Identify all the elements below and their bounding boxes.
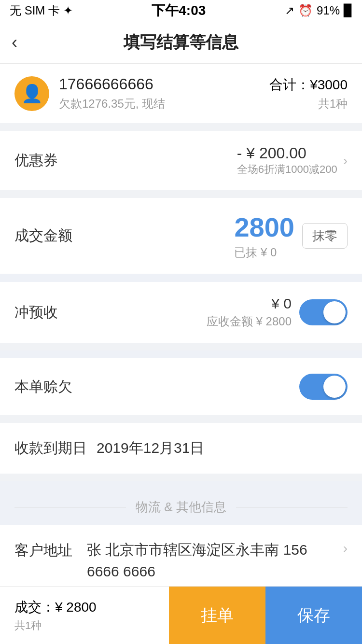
footer-count: 共1种 — [14, 618, 154, 633]
user-left: 👤 17666666666 欠款1276.35元, 现结 — [14, 75, 165, 112]
coupon-right: - ¥ 200.00 全场6折满1000减200 › — [237, 144, 348, 177]
logistics-divider: 物流 & 其他信息 — [0, 489, 362, 525]
prepay-amount: ¥ 0 — [207, 295, 292, 312]
status-time: 下午4:03 — [152, 1, 206, 20]
save-button[interactable]: 保存 — [265, 587, 362, 644]
debt-row: 本单赊欠 — [0, 358, 362, 415]
debt-toggle[interactable] — [299, 374, 348, 400]
toggle-knob — [323, 301, 346, 323]
total-label-value: 合计：¥3000 — [269, 76, 348, 94]
due-date-label: 收款到期日 — [14, 438, 87, 458]
user-avatar: 👤 — [14, 76, 49, 111]
avatar-icon: 👤 — [21, 84, 43, 104]
coupon-desc: 全场6折满1000减200 — [237, 162, 337, 177]
section-divider-1 — [0, 274, 362, 282]
address-arrow-icon: › — [343, 541, 348, 556]
status-right: ↗ ⏰ 91% ▉ — [285, 4, 352, 17]
address-row[interactable]: 客户地址 张 北京市市辖区海淀区永丰南 156 6666 6666 › — [0, 525, 362, 596]
address-label: 客户地址 — [14, 541, 72, 560]
logistics-divider-text: 物流 & 其他信息 — [136, 499, 226, 516]
due-date-value: 2019年12月31日 — [97, 438, 204, 458]
footer-info: 成交：¥ 2800 共1种 — [0, 598, 169, 633]
footer-deal-amount: ¥ 2800 — [55, 600, 97, 615]
battery-icon: ▉ — [344, 4, 352, 17]
prepay-toggle[interactable] — [299, 299, 348, 325]
coupon-discount: - ¥ 200.00 — [237, 144, 337, 162]
user-card: 👤 17666666666 欠款1276.35元, 现结 合计：¥3000 共1… — [0, 64, 362, 123]
divider-2 — [0, 350, 362, 358]
alarm-icon: ⏰ — [298, 4, 313, 17]
prepay-label: 冲预收 — [14, 303, 58, 322]
coupon-label: 优惠券 — [14, 151, 58, 170]
location-icon: ↗ — [285, 4, 294, 17]
user-info: 17666666666 欠款1276.35元, 现结 — [59, 75, 165, 112]
sim-label: 无 SIM 卡 ✦ — [10, 3, 73, 18]
prepay-due: 应收金额 ¥ 2800 — [207, 314, 292, 329]
page-title: 填写结算等信息 — [124, 31, 238, 54]
status-left: 无 SIM 卡 ✦ — [10, 3, 73, 18]
due-date-row: 收款到期日 2019年12月31日 — [0, 423, 362, 474]
debt-toggle-knob — [323, 376, 346, 398]
user-phone: 17666666666 — [59, 75, 165, 93]
deal-amount-label: 成交金额 — [14, 226, 72, 246]
status-bar: 无 SIM 卡 ✦ 下午4:03 ↗ ⏰ 91% ▉ — [0, 0, 362, 21]
total-label: 合计： — [269, 77, 310, 92]
footer-deal-label: 成交： — [14, 600, 55, 615]
divider-3 — [0, 481, 362, 489]
deal-amount-value: 2800 — [234, 211, 294, 243]
prepay-info: ¥ 0 应收金额 ¥ 2800 — [207, 295, 292, 329]
total-value: ¥3000 — [310, 77, 348, 92]
prepay-row: 冲预收 ¥ 0 应收金额 ¥ 2800 — [0, 282, 362, 343]
round-button[interactable]: 抹零 — [302, 223, 348, 249]
debt-label: 本单赊欠 — [14, 377, 72, 397]
coupon-arrow-icon: › — [343, 153, 348, 168]
user-right: 合计：¥3000 共1种 — [269, 76, 348, 112]
nav-bar: ‹ 填写结算等信息 — [0, 21, 362, 64]
user-debt: 欠款1276.35元, 现结 — [59, 96, 165, 112]
prepay-right: ¥ 0 应收金额 ¥ 2800 — [207, 295, 348, 329]
user-count: 共1种 — [269, 96, 348, 112]
battery-text: 91% — [317, 4, 340, 17]
footer-deal-line: 成交：¥ 2800 — [14, 598, 154, 616]
hold-button[interactable]: 挂单 — [169, 587, 265, 644]
deal-amount-right: 2800 已抹 ¥ 0 抹零 — [234, 211, 348, 260]
already-rounded: 已抹 ¥ 0 — [234, 245, 294, 260]
deal-amount-section: 成交金额 2800 已抹 ¥ 0 抹零 冲预收 ¥ 0 应收金额 ¥ 2800 — [0, 198, 362, 343]
back-button[interactable]: ‹ — [12, 32, 17, 53]
footer: 成交：¥ 2800 共1种 挂单 保存 — [0, 586, 362, 644]
address-value: 张 北京市市辖区海淀区永丰南 156 6666 6666 — [87, 539, 343, 582]
coupon-row[interactable]: 优惠券 - ¥ 200.00 全场6折满1000减200 › — [0, 131, 362, 190]
deal-amount-row: 成交金额 2800 已抹 ¥ 0 抹零 — [0, 198, 362, 274]
